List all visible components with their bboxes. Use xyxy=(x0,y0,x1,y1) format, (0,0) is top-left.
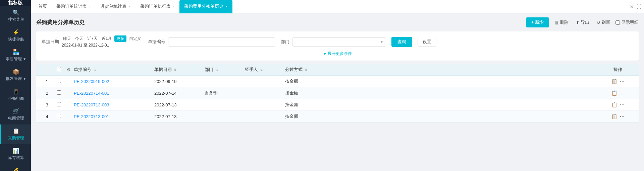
tab-close-purchase-order-stats[interactable]: × xyxy=(89,0,91,13)
refresh-button[interactable]: ↺ 刷新 xyxy=(595,18,612,27)
tab-close-all-icon[interactable]: ✕ xyxy=(630,4,634,9)
sort-docno-icon[interactable]: ⇅ xyxy=(93,68,96,72)
row3-view-icon[interactable]: 📋 xyxy=(611,102,617,107)
tab-home[interactable]: 首页 xyxy=(34,0,52,13)
col-header-settings[interactable]: ⚙ xyxy=(64,67,74,72)
row2-no: 2 xyxy=(40,91,54,96)
table-row: 1 PE-20220919-002 2022-09-19 按金额 📋 ⋯ xyxy=(36,76,639,87)
show-columns-input[interactable] xyxy=(615,20,620,25)
row2-checkbox[interactable] xyxy=(57,90,61,95)
chevron-down-icon: ▼ xyxy=(23,77,26,81)
retail-icon: 🏪 xyxy=(2,49,30,55)
filter-docno-input[interactable] xyxy=(168,37,275,47)
chevron-down-icon: ▼ xyxy=(323,52,327,56)
sort-date-icon[interactable]: ⇅ xyxy=(174,68,176,72)
col-header-handler: 经手人 ⇅ xyxy=(245,67,285,73)
row2-more-icon[interactable]: ⋯ xyxy=(620,90,625,96)
row2-date: 2022-07-14 xyxy=(154,91,205,96)
table-row: 3 PE-20220713-003 2022-07-13 按金额 📋 ⋯ xyxy=(36,99,639,111)
row4-more-icon[interactable]: ⋯ xyxy=(620,114,625,119)
row2-dept: 财务部 xyxy=(205,90,245,96)
delete-button[interactable]: 🗑 删除 xyxy=(552,18,571,27)
row4-view-icon[interactable]: 📋 xyxy=(611,114,617,119)
sidebar-item-search[interactable]: 🔍 搜索菜单 xyxy=(0,6,31,26)
row2-docno-link[interactable]: PE-20220714-001 xyxy=(74,91,109,96)
tab-purchase-order-stats[interactable]: 采购订单统计表 × xyxy=(52,0,96,13)
export-icon: ⬆ xyxy=(576,20,580,25)
delete-icon: 🗑 xyxy=(554,20,559,25)
tab-bar-actions: ✕ ⛶ xyxy=(630,4,641,9)
row1-docno-link[interactable]: PE-20220919-002 xyxy=(74,79,109,84)
row1-view-icon[interactable]: 📋 xyxy=(611,79,617,84)
header-actions: + 新增 🗑 删除 ⬆ 导出 ↺ 刷新 显示明细 xyxy=(526,17,639,27)
row1-no: 1 xyxy=(40,79,54,84)
show-columns-checkbox[interactable]: 显示明细 xyxy=(615,19,639,25)
sidebar-item-ecommerce[interactable]: 🛒 电商管理 xyxy=(0,105,31,124)
sidebar-item-miniapp[interactable]: 📱 小畅电商 xyxy=(0,85,31,105)
row4-check xyxy=(54,114,64,119)
filter-dept-select[interactable]: 财务部 采购部 xyxy=(292,37,386,47)
col-header-alloc: 分摊方式 ⇅ xyxy=(285,67,601,73)
row4-checkbox[interactable] xyxy=(57,114,61,118)
sidebar-item-retail[interactable]: 🏪 零售管理 ▼ xyxy=(0,46,31,65)
filter-dept-group: 部门 财务部 采购部 ▼ xyxy=(281,37,386,47)
date-shortcut-list: 昨天 今天 近7天 近1月 更多 自定义 xyxy=(62,35,143,42)
expand-button[interactable]: ▼ 展开更多条件 xyxy=(323,51,352,57)
row3-checkbox[interactable] xyxy=(57,102,61,106)
tab-close-purchase-cost-split[interactable]: × xyxy=(225,0,227,13)
col-header-dept: 部门 ⇅ xyxy=(205,67,245,73)
tab-purchase-order-exec[interactable]: 采购订单执行表 × xyxy=(136,0,179,13)
filter-date-group: 单据日期 昨天 今天 近7天 近1月 更多 自定义 2022-01-01 至 2… xyxy=(42,35,143,48)
query-button[interactable]: 查询 xyxy=(391,37,412,47)
row4-date: 2022-07-13 xyxy=(154,114,205,119)
sidebar-item-quicknav[interactable]: ⚡ 快捷导航 xyxy=(0,26,31,46)
select-all-checkbox[interactable] xyxy=(57,67,61,71)
export-button[interactable]: ⬆ 导出 xyxy=(574,18,591,27)
sort-handler-icon[interactable]: ⇅ xyxy=(260,68,263,72)
shortcut-1month[interactable]: 近1月 xyxy=(100,35,113,42)
row2-view-icon[interactable]: 📋 xyxy=(611,90,617,96)
filter-date-label: 单据日期 xyxy=(42,39,59,45)
shortcut-more[interactable]: 更多 xyxy=(114,35,126,42)
add-button[interactable]: + 新增 xyxy=(526,17,549,27)
table-section: ⚙ 单据编号 ⇅ 单据日期 ⇅ 部门 ⇅ 经手人 ⇅ 分摊 xyxy=(36,64,639,122)
tab-maximize-icon[interactable]: ⛶ xyxy=(637,4,641,9)
purchase-icon: 📋 xyxy=(2,128,30,134)
wholesale-icon: 📦 xyxy=(2,69,30,75)
col-header-check xyxy=(54,67,64,72)
row4-docno-link[interactable]: PE-20220713-001 xyxy=(74,114,109,119)
tab-close-purchase-receive-stats[interactable]: × xyxy=(128,0,130,13)
shortcut-today[interactable]: 今天 xyxy=(74,35,85,42)
row2-check xyxy=(54,90,64,96)
row3-docno-link[interactable]: PE-20220713-003 xyxy=(74,102,109,107)
col-header-docno: 单据编号 ⇅ xyxy=(74,67,154,73)
row1-alloc: 按金额 xyxy=(285,78,601,84)
sidebar-item-wholesale[interactable]: 📦 批发管理 ▼ xyxy=(0,65,31,85)
row1-checkbox[interactable] xyxy=(57,79,61,83)
sort-dept-icon[interactable]: ⇅ xyxy=(215,68,218,72)
date-shortcuts: 昨天 今天 近7天 近1月 更多 自定义 2022-01-01 至 2022-1… xyxy=(62,35,143,48)
sidebar-item-inventory[interactable]: 📊 库存核算 xyxy=(0,144,31,164)
row4-no: 4 xyxy=(40,114,54,119)
shortcut-custom[interactable]: 自定义 xyxy=(128,35,143,42)
page-title: 采购费用分摊单历史 xyxy=(36,19,85,26)
shortcut-yesterday[interactable]: 昨天 xyxy=(62,35,72,42)
page-body: 采购费用分摊单历史 + 新增 🗑 删除 ⬆ 导出 ↺ 刷新 显示明细 xyxy=(31,13,644,171)
row1-more-icon[interactable]: ⋯ xyxy=(620,79,625,84)
sidebar-item-purchase[interactable]: 📋 采购管理 xyxy=(0,124,31,144)
sort-alloc-icon[interactable]: ⇅ xyxy=(305,68,307,72)
shortcut-7days[interactable]: 近7天 xyxy=(86,35,99,42)
sidebar-item-finance[interactable]: 💰 资金管理 xyxy=(0,164,31,171)
row3-more-icon[interactable]: ⋯ xyxy=(620,102,625,107)
setting-button[interactable]: 设置 xyxy=(418,37,436,47)
col-header-date: 单据日期 ⇅ xyxy=(154,67,205,73)
table-header: ⚙ 单据编号 ⇅ 单据日期 ⇅ 部门 ⇅ 经手人 ⇅ 分摊 xyxy=(36,64,639,76)
filter-date-range[interactable]: 2022-01-01 至 2022-12-31 xyxy=(62,42,143,48)
tab-close-purchase-order-exec[interactable]: × xyxy=(173,0,175,13)
row4-op: 📋 ⋯ xyxy=(601,114,635,119)
row1-check xyxy=(54,79,64,84)
row1-op-icons: 📋 ⋯ xyxy=(601,79,635,84)
tab-purchase-cost-split[interactable]: 采购费用分摊单历史 × xyxy=(179,0,232,13)
tab-purchase-receive-stats[interactable]: 进货单统计表 × xyxy=(96,0,135,13)
filter-section: 单据日期 昨天 今天 近7天 近1月 更多 自定义 2022-01-01 至 2… xyxy=(36,31,639,61)
